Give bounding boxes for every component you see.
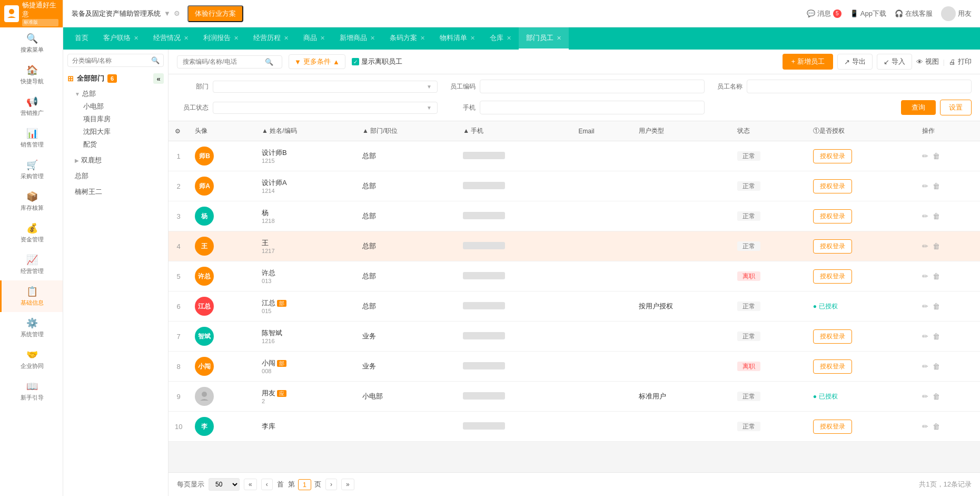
- authorize-button[interactable]: 授权登录: [813, 420, 852, 434]
- sidebar-item-collab[interactable]: 🤝 企业协同: [0, 344, 63, 375]
- tab-history[interactable]: 经营历程 ✕: [246, 27, 296, 50]
- dept-node-shuanglu-row[interactable]: ▶ 双鹿想: [72, 154, 164, 167]
- delete-icon[interactable]: 🗑: [933, 302, 940, 310]
- prev-btn[interactable]: ‹: [261, 479, 273, 490]
- name-col-header[interactable]: ▲ 姓名/编码: [255, 121, 356, 141]
- sidebar-item-guide[interactable]: 📖 新手引导: [0, 375, 63, 407]
- set-button[interactable]: 设置: [940, 100, 972, 115]
- delete-icon[interactable]: 🗑: [933, 422, 940, 431]
- user-menu[interactable]: 用友: [941, 6, 972, 21]
- tab-home[interactable]: 首页: [67, 27, 96, 50]
- authorize-button[interactable]: 授权登录: [813, 149, 852, 163]
- edit-icon[interactable]: ✏: [922, 302, 928, 310]
- prev-prev-btn[interactable]: «: [244, 479, 257, 490]
- tab-close-icon[interactable]: ✕: [284, 35, 289, 42]
- delete-icon[interactable]: 🗑: [933, 332, 940, 341]
- authorize-button[interactable]: 授权登录: [813, 329, 852, 344]
- tab-close-icon[interactable]: ✕: [370, 35, 375, 42]
- dept-node-distribution[interactable]: 配货: [80, 138, 164, 151]
- sidebar-item-operations[interactable]: 📈 经营管理: [0, 249, 63, 280]
- dept-search[interactable]: 🔍: [67, 54, 164, 67]
- tab-operations[interactable]: 经营情况 ✕: [146, 27, 196, 50]
- delete-icon[interactable]: 🗑: [933, 392, 940, 401]
- sidebar-item-sales[interactable]: 📊 销售管理: [0, 122, 63, 154]
- phone-input[interactable]: [480, 101, 705, 114]
- tab-close-icon[interactable]: ✕: [470, 35, 475, 42]
- delete-icon[interactable]: 🗑: [933, 182, 940, 190]
- sidebar-item-basic-info[interactable]: 📋 基础信息: [0, 280, 63, 312]
- tab-customer[interactable]: 客户联络 ✕: [96, 27, 146, 50]
- sidebar-item-purchase[interactable]: 🛒 采购管理: [0, 154, 63, 186]
- edit-icon[interactable]: ✏: [922, 152, 928, 160]
- view-button[interactable]: 👁 视图: [916, 57, 939, 66]
- dept-select[interactable]: ▼: [213, 81, 438, 93]
- dept-col-header[interactable]: ▲ 部门/职位: [356, 121, 457, 141]
- tab-barcode[interactable]: 条码方案 ✕: [382, 27, 432, 50]
- show-resigned-toggle[interactable]: ✓ 显示离职员工: [352, 57, 402, 66]
- dept-search-input[interactable]: [72, 57, 151, 64]
- last-btn[interactable]: »: [341, 479, 354, 490]
- export-button[interactable]: ↗ 导出: [837, 54, 873, 70]
- dept-node-small-electric[interactable]: 小电部: [80, 100, 164, 113]
- add-employee-button[interactable]: + 新增员工: [783, 54, 833, 70]
- authorize-button[interactable]: 授权登录: [813, 209, 852, 223]
- print-button[interactable]: 🖨 打印: [949, 57, 972, 66]
- online-support-btn[interactable]: 🎧 在线客服: [895, 9, 933, 18]
- edit-icon[interactable]: ✏: [922, 362, 928, 371]
- dept-node-nanshu-row[interactable]: 楠树王二: [72, 186, 164, 198]
- delete-icon[interactable]: 🗑: [933, 152, 940, 160]
- emp-status-select[interactable]: ▼: [213, 102, 438, 114]
- edit-icon[interactable]: ✏: [922, 422, 928, 431]
- import-button[interactable]: ↙ 导入: [877, 54, 912, 70]
- next-btn[interactable]: ›: [325, 479, 337, 490]
- phone-col-header[interactable]: ▲ 手机: [457, 121, 572, 141]
- tab-close-icon[interactable]: ✕: [234, 35, 239, 42]
- edit-icon[interactable]: ✏: [922, 182, 928, 190]
- dept-node-general-row[interactable]: ▼ 总部: [72, 87, 164, 100]
- app-download-btn[interactable]: 📱 App下载: [850, 9, 886, 18]
- dept-node-project[interactable]: 项目库房: [80, 113, 164, 125]
- tab-warehouse[interactable]: 仓库 ✕: [482, 27, 519, 50]
- sidebar-item-finance[interactable]: 💰 资金管理: [0, 217, 63, 249]
- sidebar-item-system[interactable]: ⚙️ 系统管理: [0, 312, 63, 344]
- tab-employees[interactable]: 部门员工 ✕: [519, 27, 569, 50]
- experience-btn[interactable]: 体验行业方案: [187, 5, 243, 22]
- edit-icon[interactable]: ✏: [922, 242, 928, 250]
- delete-icon[interactable]: 🗑: [933, 362, 940, 371]
- sidebar-item-inventory[interactable]: 📦 库存核算: [0, 186, 63, 217]
- message-btn[interactable]: 💬 消息 5: [807, 9, 842, 18]
- tab-goods[interactable]: 商品 ✕: [296, 27, 332, 50]
- dept-node-hq-row[interactable]: 总部: [72, 170, 164, 182]
- delete-icon[interactable]: 🗑: [933, 272, 940, 280]
- authorize-button[interactable]: 授权登录: [813, 269, 852, 284]
- tab-close-icon[interactable]: ✕: [320, 35, 325, 42]
- sidebar-item-marketing[interactable]: 📢 营销推广: [0, 91, 63, 122]
- tab-close-icon[interactable]: ✕: [557, 35, 561, 42]
- authorize-button[interactable]: 授权登录: [813, 239, 852, 254]
- delete-icon[interactable]: 🗑: [933, 212, 940, 220]
- edit-icon[interactable]: ✏: [922, 332, 928, 341]
- tab-profit[interactable]: 利润报告 ✕: [196, 27, 246, 50]
- tab-close-icon[interactable]: ✕: [420, 35, 425, 42]
- sidebar-item-search[interactable]: 🔍 搜索菜单: [0, 27, 63, 59]
- edit-icon[interactable]: ✏: [922, 212, 928, 220]
- settings-icon[interactable]: ⚙: [174, 9, 180, 17]
- authorize-button[interactable]: 授权登录: [813, 359, 852, 374]
- collapse-btn[interactable]: «: [153, 73, 164, 84]
- tab-close-icon[interactable]: ✕: [134, 35, 138, 42]
- edit-icon[interactable]: ✏: [922, 392, 928, 401]
- delete-icon[interactable]: 🗑: [933, 242, 940, 250]
- tab-bom[interactable]: 物料清单 ✕: [432, 27, 482, 50]
- page-size-select[interactable]: 50 100 200: [209, 478, 240, 491]
- edit-icon[interactable]: ✏: [922, 272, 928, 280]
- emp-name-input[interactable]: [747, 80, 972, 93]
- tab-add-goods[interactable]: 新增商品 ✕: [332, 27, 382, 50]
- search-box[interactable]: 🔍: [177, 55, 282, 69]
- emp-code-input[interactable]: [480, 80, 705, 93]
- tab-close-icon[interactable]: ✕: [184, 35, 189, 42]
- more-conditions-btn[interactable]: ▼ 更多条件 ▲: [289, 54, 345, 69]
- authorize-button[interactable]: 授权登录: [813, 179, 852, 193]
- query-button[interactable]: 查询: [901, 100, 936, 115]
- search-input[interactable]: [183, 58, 262, 65]
- tab-close-icon[interactable]: ✕: [507, 35, 511, 42]
